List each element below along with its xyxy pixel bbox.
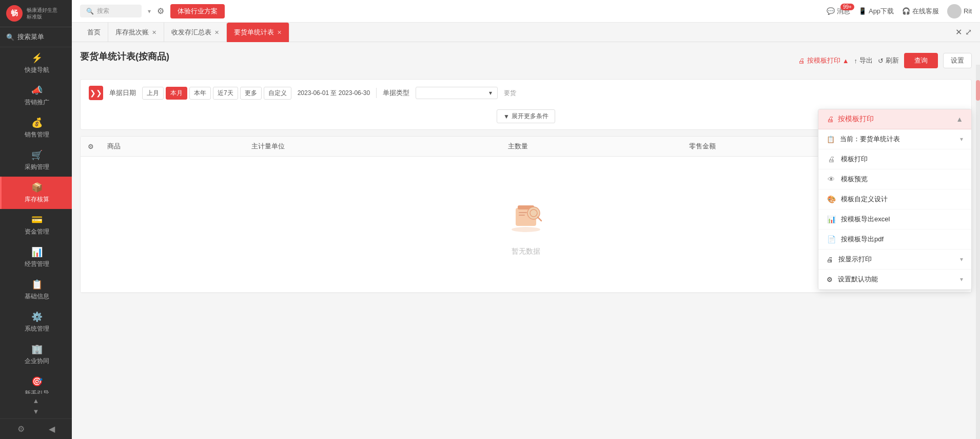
date-prev-month[interactable]: 上月: [142, 87, 164, 100]
nav-icon-enterprise: 🏢: [31, 343, 43, 355]
content-area: 要货单统计表(按商品) 🖨 按模板打印 ▲ ↑ 导出 ↺ 刷新 查询 设置: [72, 42, 980, 439]
sidebar-scroll: ▲ ▼: [0, 394, 72, 418]
display-print-group[interactable]: 🖨 按显示打印 ▾: [818, 250, 971, 270]
sidebar-item-enterprise[interactable]: 🏢 企业协同: [0, 338, 72, 371]
query-btn[interactable]: 查询: [904, 53, 938, 68]
service-icon: 🎧: [902, 7, 910, 15]
template-print-icon: 🖨: [827, 155, 836, 163]
set-default-icon: ⚙: [827, 276, 833, 283]
settings-gear-icon[interactable]: ⚙: [157, 6, 164, 16]
order-goods-label: 要货: [504, 89, 516, 98]
chevron-right-icon3: ▾: [960, 276, 963, 283]
sidebar-item-finance[interactable]: 💳 资金管理: [0, 209, 72, 241]
empty-text: 暂无数据: [512, 247, 540, 256]
nav-icon-newguide: 🎯: [31, 376, 43, 387]
date-more[interactable]: 更多: [240, 87, 262, 100]
date-range: 2023-06-01 至 2023-06-30: [298, 89, 370, 98]
svg-rect-7: [519, 215, 525, 216]
trial-btn[interactable]: 体验行业方案: [170, 4, 225, 18]
close-icon[interactable]: ✕: [277, 23, 282, 42]
sidebar-item-basic[interactable]: 📋 基础信息: [0, 274, 72, 306]
export-excel-icon: 📊: [827, 215, 836, 223]
settings-btn[interactable]: 设置: [943, 53, 972, 68]
empty-icon: [505, 193, 546, 241]
page-title: 要货单统计表(按商品): [80, 50, 169, 63]
dropdown-collapse-btn[interactable]: ▲: [956, 115, 963, 123]
nav-icon-sales: 💰: [31, 117, 43, 128]
topbar-actions: 💬 消息 99+ 📱 App下载 🎧 在线客服 Rit: [827, 4, 972, 18]
current-template-item[interactable]: 📋 当前：要货单统计表 ▾: [818, 129, 971, 149]
refresh-btn[interactable]: ↺ 刷新: [878, 56, 899, 65]
tab-inventory-batch[interactable]: 库存批次账 ✕: [108, 23, 164, 42]
date-filter-label: 单据日期: [109, 88, 136, 98]
dropdown-header: 🖨 按模板打印 ▲: [818, 109, 971, 129]
sidebar-item-sales[interactable]: 💰 销售管理: [0, 112, 72, 144]
refresh-icon: ↺: [878, 57, 884, 65]
app-icon: 📱: [858, 7, 867, 15]
topbar: 🔍 搜索 ▾ ⚙ 体验行业方案 💬 消息 99+ 📱 App下载 🎧 在线客服: [72, 0, 980, 23]
user-avatar[interactable]: Rit: [947, 4, 972, 18]
avatar: [947, 4, 962, 18]
nav-icon-purchase: 🛒: [31, 149, 43, 161]
nav-icon-marketing: 📣: [31, 85, 43, 96]
sidebar-item-inventory[interactable]: 📦 库存核算: [0, 177, 72, 209]
col-settings[interactable]: ⚙: [81, 137, 101, 157]
tab-receive-summary[interactable]: 收发存汇总表 ✕: [164, 23, 227, 42]
sidebar-item-operations[interactable]: 📊 经营管理: [0, 241, 72, 274]
export-pdf-item[interactable]: 📄 按模板导出pdf: [818, 230, 971, 250]
maximize-btn[interactable]: ⤢: [965, 27, 972, 37]
right-scrollbar[interactable]: [976, 65, 980, 439]
logo-text: 畅康通好生意 标准版: [27, 7, 57, 20]
scroll-down-btn[interactable]: ▼: [32, 407, 41, 416]
order-type-select[interactable]: ▾: [416, 87, 498, 99]
date-7days[interactable]: 近7天: [213, 87, 238, 100]
sidebar-item-marketing[interactable]: 📣 营销推广: [0, 80, 72, 112]
col-product: 商品: [101, 137, 245, 157]
chevron-right-icon: ▾: [960, 136, 963, 143]
sidebar-item-purchase[interactable]: 🛒 采购管理: [0, 144, 72, 177]
messages-action[interactable]: 💬 消息 99+: [827, 7, 850, 16]
template-design-item[interactable]: 🎨 模板自定义设计: [818, 189, 971, 209]
date-custom[interactable]: 自定义: [264, 87, 291, 100]
export-btn[interactable]: ↑ 导出: [854, 56, 873, 65]
chevron-right-icon2: ▾: [960, 256, 963, 263]
order-type-label: 单据类型: [383, 88, 409, 98]
nav-icon-basic: 📋: [31, 279, 43, 290]
svg-rect-6: [519, 212, 527, 213]
sidebar-footer: ⚙ ◀: [0, 418, 72, 439]
date-year[interactable]: 本年: [189, 87, 211, 100]
nav-icon-system: ⚙️: [31, 311, 43, 322]
template-preview-item[interactable]: 👁 模板预览: [818, 169, 971, 189]
export-excel-item[interactable]: 📊 按模板导出excel: [818, 209, 971, 230]
sidebar-item-newguide[interactable]: 🎯 新手引导: [0, 371, 72, 394]
sidebar-search[interactable]: 🔍 搜索菜单: [0, 27, 72, 47]
page-top-actions: 🖨 按模板打印 ▲ ↑ 导出 ↺ 刷新 查询 设置: [798, 53, 972, 68]
close-icon[interactable]: ✕: [214, 23, 219, 42]
tab-home[interactable]: 首页: [80, 23, 108, 42]
date-current-month[interactable]: 本月: [166, 87, 187, 100]
scroll-up-btn[interactable]: ▲: [32, 396, 41, 406]
topbar-search[interactable]: 🔍 搜索: [80, 5, 142, 17]
svg-line-5: [538, 217, 541, 221]
settings-icon[interactable]: ⚙: [17, 424, 25, 434]
dropdown-header-left: 🖨 按模板打印: [827, 114, 874, 124]
tab-order-stats[interactable]: 要货单统计表 ✕: [227, 23, 289, 42]
sidebar-item-system[interactable]: ⚙️ 系统管理: [0, 306, 72, 338]
expand-more-btn[interactable]: ▼ 展开更多条件: [497, 109, 555, 123]
print-template-btn[interactable]: 🖨 按模板打印 ▲: [798, 56, 849, 65]
empty-svg: [505, 193, 546, 234]
collapse-icon[interactable]: ◀: [49, 424, 55, 434]
nav-icon-shortcut: ⚡: [31, 52, 43, 64]
template-design-icon: 🎨: [827, 195, 836, 203]
close-icon[interactable]: ✕: [152, 23, 156, 42]
sidebar-item-shortcut[interactable]: ⚡ 快捷导航: [0, 47, 72, 80]
sidebar-nav: ⚡ 快捷导航 📣 营销推广 💰 销售管理 🛒 采购管理 📦 库存核算 💳 资金管…: [0, 47, 72, 394]
close-window-btn[interactable]: ✕: [955, 27, 962, 37]
sidebar: 畅 畅康通好生意 标准版 🔍 搜索菜单 ⚡ 快捷导航 📣 营销推广 💰 销售管理…: [0, 0, 72, 439]
filter-divider: [376, 88, 377, 98]
filter-expand-btn[interactable]: ❯❯: [89, 86, 103, 100]
online-service-action[interactable]: 🎧 在线客服: [902, 7, 939, 16]
set-default-group[interactable]: ⚙ 设置默认功能 ▾: [818, 270, 971, 290]
app-download-action[interactable]: 📱 App下载: [858, 7, 894, 16]
template-print-item[interactable]: 🖨 模板打印: [818, 149, 971, 169]
